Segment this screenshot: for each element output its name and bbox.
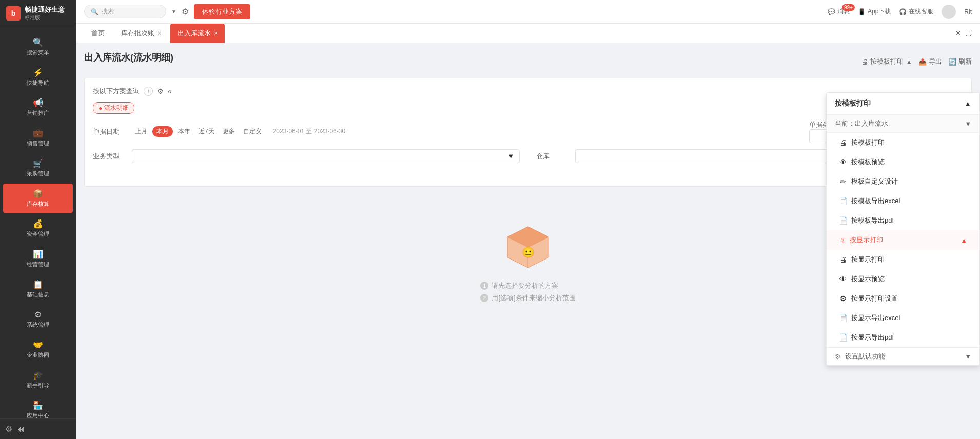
sidebar-item-finance[interactable]: 💰资金管理 [3, 214, 73, 243]
print-template-btn[interactable]: 🖨 按模板打印 ▲ [861, 57, 912, 66]
topbar-search-box[interactable]: 🔍 搜索 [84, 5, 166, 18]
service-label: 在线客服 [909, 7, 933, 16]
service-icon: 🎧 [899, 8, 907, 15]
dropdown-title: 按模板打印 [835, 99, 871, 108]
dropdown-current-label: 当前：出入库流水 [835, 119, 888, 128]
user-avatar[interactable] [942, 5, 956, 19]
sidebar-item-appstore[interactable]: 🏪应用中心 [3, 395, 73, 418]
topbar-dropdown-arrow[interactable]: ▼ [171, 9, 177, 14]
dropdown-item-template-print[interactable]: 🖨按模板打印 [827, 133, 979, 152]
settings-filter-icon[interactable]: ⚙ [157, 87, 164, 95]
filter-tag-item[interactable]: ● 流水明细 [93, 102, 134, 114]
print-dropdown-panel: 按模板打印 ▲ 当前：出入库流水 ▼ 🖨按模板打印👁按模板预览✏模板自定义设计📄… [826, 92, 980, 366]
app-logo-text: 畅捷通好生意 标准版 [25, 5, 65, 22]
sidebar-item-quick[interactable]: ⚡快捷导航 [3, 63, 73, 92]
tab-flow[interactable]: 出入库流水 × [170, 24, 225, 43]
dropdown-item-display-preview[interactable]: 👁按显示预览 [827, 269, 979, 289]
dropdown-item-display-print-settings[interactable]: ⚙按显示打印设置 [827, 289, 979, 308]
sidebar-item-sales[interactable]: 💼销售管理 [3, 123, 73, 152]
dropdown-footer[interactable]: ⚙ 设置默认功能 ▼ [827, 347, 979, 365]
dropdown-section-display-print-header[interactable]: 🖨按显示打印▲ [827, 230, 979, 250]
sidebar-icon-marketing: 📢 [33, 98, 43, 108]
dropdown-item-display-pdf[interactable]: 📄按显示导出pdf [827, 328, 979, 347]
sidebar-item-search[interactable]: 🔍搜索菜单 [3, 32, 73, 62]
collapse-icon[interactable]: ⏮ [16, 425, 25, 434]
export-label: 导出 [929, 57, 942, 66]
sidebar-item-operation[interactable]: 📊经营管理 [3, 244, 73, 273]
dropdown-item-display-excel[interactable]: 📄按显示导出excel [827, 308, 979, 328]
sidebar-icon-operation: 📊 [33, 249, 43, 259]
sidebar-icon-inventory: 📦 [33, 189, 43, 198]
topbar-gear-icon[interactable]: ⚙ [182, 7, 189, 16]
sidebar-icon-partner: 🤝 [33, 340, 43, 350]
topbar-app-download[interactable]: 📱 App下载 [858, 7, 891, 16]
filter-tag-label: 流水明细 [104, 104, 129, 112]
add-filter-icon[interactable]: + [144, 87, 153, 96]
sidebar-item-basic[interactable]: 📋基础信息 [3, 274, 73, 304]
dropdown-current-item: 当前：出入库流水 ▼ [827, 115, 979, 133]
tip-text-1: 请先选择要分析的方案 [492, 281, 558, 290]
username: Rit [964, 8, 972, 15]
item-icon-template-print: 🖨 [839, 138, 847, 147]
date-label: 单据日期 [93, 127, 124, 136]
sidebar-item-purchase[interactable]: 🛒采购管理 [3, 153, 73, 183]
tab-controls: ✕ ⛶ [955, 29, 972, 37]
dropdown-item-display-print[interactable]: 🖨按显示打印 [827, 250, 979, 269]
tab-close-batch[interactable]: × [158, 30, 161, 37]
sidebar-item-inventory[interactable]: 📦库存核算 [3, 184, 73, 213]
dropdown-item-template-custom[interactable]: ✏模板自定义设计 [827, 172, 979, 191]
date-btn-自定义[interactable]: 自定义 [240, 126, 265, 137]
sidebar-icon-quick: ⚡ [33, 68, 43, 77]
topbar-message[interactable]: 💬 消息 99+ [828, 7, 850, 16]
date-btn-本月[interactable]: 本月 [152, 126, 173, 137]
item-icon-template-custom: ✏ [839, 177, 847, 186]
app-icon: 📱 [858, 8, 866, 15]
sidebar-item-guide[interactable]: 🎓新手引导 [3, 365, 73, 394]
dropdown-header: 按模板打印 ▲ [827, 93, 979, 115]
refresh-btn[interactable]: 🔄 刷新 [948, 57, 972, 66]
dropdown-item-template-preview[interactable]: 👁按模板预览 [827, 152, 979, 172]
settings-icon[interactable]: ⚙ [5, 424, 12, 434]
tag-filter: ● 流水明细 [93, 102, 134, 114]
dropdown-item-template-excel[interactable]: 📄按模板导出excel [827, 191, 979, 211]
dropdown-item-template-pdf[interactable]: 📄按模板导出pdf [827, 211, 979, 230]
tab-close-all-icon[interactable]: ✕ [955, 29, 961, 37]
search-icon: 🔍 [91, 8, 99, 15]
tab-expand-icon[interactable]: ⛶ [965, 29, 972, 37]
sidebar-label-purchase: 采购管理 [27, 170, 49, 177]
date-btn-近7天[interactable]: 近7天 [195, 126, 218, 137]
biz-select-arrow: ▼ [507, 152, 514, 160]
topbar-online-service[interactable]: 🎧 在线客服 [899, 7, 933, 16]
sidebar-icon-system: ⚙ [34, 310, 42, 320]
date-btn-更多[interactable]: 更多 [220, 126, 238, 137]
tab-close-flow[interactable]: × [214, 30, 218, 37]
item-label-template-print: 按模板打印 [851, 138, 885, 147]
sidebar-label-appstore: 应用中心 [27, 412, 49, 418]
tab-home[interactable]: 首页 [84, 24, 112, 43]
sidebar-item-marketing[interactable]: 📢营销推广 [3, 93, 73, 122]
industry-btn[interactable]: 体验行业方案 [194, 4, 250, 19]
tip-text-2: 用[选项]条件来缩小分析范围 [492, 293, 575, 303]
sidebar-label-operation: 经营管理 [27, 261, 49, 268]
sidebar-icon-purchase: 🛒 [33, 158, 43, 168]
sidebar: b 畅捷通好生意 标准版 🔍搜索菜单⚡快捷导航📢营销推广💼销售管理🛒采购管理📦库… [0, 0, 76, 439]
item-icon-display-print: 🖨 [839, 255, 847, 264]
warehouse-label: 仓库 [536, 152, 567, 161]
item-icon-display-excel: 📄 [839, 314, 847, 322]
biz-select[interactable]: ▼ [132, 149, 520, 163]
sidebar-bottom: ⚙ ⏮ [0, 418, 76, 439]
sidebar-item-system[interactable]: ⚙系统管理 [3, 305, 73, 334]
date-btn-本年[interactable]: 本年 [175, 126, 193, 137]
collapse-filter-icon[interactable]: « [168, 87, 172, 95]
item-icon-display-print-settings: ⚙ [839, 294, 847, 303]
sidebar-nav: 🔍搜索菜单⚡快捷导航📢营销推广💼销售管理🛒采购管理📦库存核算💰资金管理📊经营管理… [0, 27, 76, 418]
export-icon: 📤 [918, 58, 927, 66]
export-btn[interactable]: 📤 导出 [918, 57, 942, 66]
sidebar-item-partner[interactable]: 🤝企业协同 [3, 335, 73, 364]
tip-num-1: 1 [480, 282, 488, 290]
dropdown-collapse-arrow[interactable]: ▲ [964, 99, 971, 108]
settings-default-arrow: ▼ [965, 353, 971, 361]
section-arrow-display-print-header: ▲ [961, 236, 967, 244]
tab-batch[interactable]: 库存批次账 × [114, 24, 168, 43]
date-btn-上月[interactable]: 上月 [132, 126, 150, 137]
